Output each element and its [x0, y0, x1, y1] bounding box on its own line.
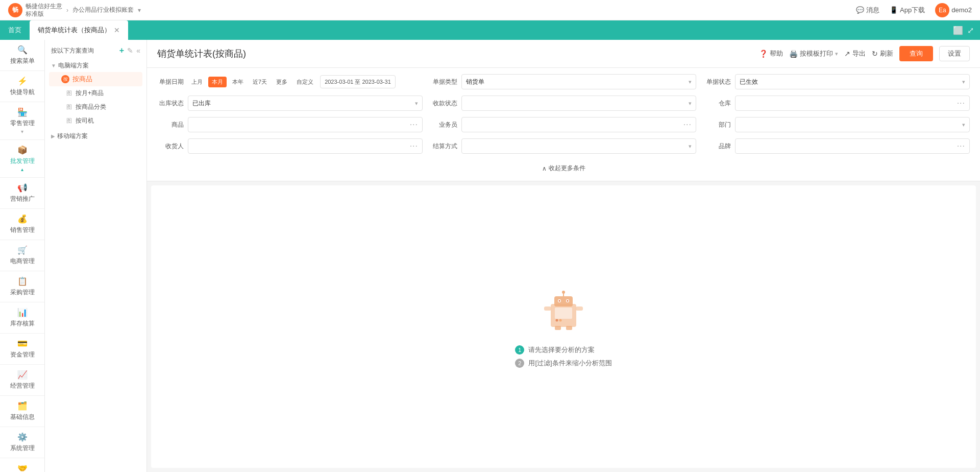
logo-area: 畅 畅捷信好生意 标准版: [8, 3, 62, 17]
print-btn[interactable]: 🖨️ 按模板打印 ▾: [789, 49, 838, 58]
page-title: 销货单统计表(按商品): [157, 48, 246, 66]
sidebar-item-quick-nav[interactable]: ⚡ 快捷导航: [0, 71, 44, 102]
collapse-panel-btn[interactable]: «: [136, 46, 140, 55]
collapse-btn[interactable]: ∧ 收起更多条件: [536, 162, 592, 175]
receipt-status-label: 收款状态: [431, 99, 457, 108]
scheme-by-category[interactable]: 图 按商品分类: [49, 100, 142, 114]
quick-nav-icon: ⚡: [17, 76, 28, 86]
salesperson-control[interactable]: ···: [461, 117, 696, 132]
tip-text-1: 请先选择要分析的方案: [528, 345, 595, 355]
query-btn[interactable]: 查询: [899, 46, 933, 61]
sidebar-item-inventory[interactable]: 📊 库存核算: [0, 302, 44, 334]
svg-rect-13: [544, 306, 551, 311]
product-control[interactable]: ···: [188, 117, 423, 132]
date-btn-this-month[interactable]: 本月: [208, 77, 227, 87]
scheme-by-category-label: 按商品分类: [76, 103, 106, 111]
sidebar-item-finance[interactable]: 💳 资金管理: [0, 334, 44, 365]
doc-status-chevron: ▾: [962, 79, 965, 85]
department-label: 部门: [704, 121, 731, 129]
tab-expand-btn[interactable]: ⤢: [967, 26, 974, 35]
settlement-control[interactable]: ▾: [461, 138, 696, 154]
svg-rect-12: [566, 326, 572, 330]
product-dots[interactable]: ···: [410, 120, 418, 129]
export-btn[interactable]: ↗ 导出: [844, 49, 866, 58]
content-area: 按以下方案查询 + ✎ « ▼ 电脑端方案 按 按商品 图: [45, 40, 980, 472]
sales-label: 销售管理: [10, 226, 35, 234]
refresh-btn[interactable]: ↻ 刷新: [872, 49, 893, 58]
recipient-dots[interactable]: ···: [410, 141, 418, 151]
svg-point-10: [559, 319, 562, 321]
scheme-by-product[interactable]: 按 按商品: [49, 72, 142, 86]
tab-close-btn[interactable]: ✕: [114, 27, 120, 34]
sidebar-item-system[interactable]: ⚙️ 系统管理: [0, 427, 44, 458]
sidebar-item-ecommerce[interactable]: 🛒 电商管理: [0, 240, 44, 271]
search-menu-label: 搜索菜单: [10, 57, 35, 65]
sidebar-item-purchase[interactable]: 📋 采购管理: [0, 271, 44, 302]
warehouse-control[interactable]: ···: [735, 96, 970, 111]
edit-scheme-btn[interactable]: ✎: [127, 46, 133, 55]
sidebar-item-sales[interactable]: 💰 销售管理: [0, 209, 44, 240]
app-download-btn[interactable]: 📱 App下载: [890, 6, 925, 15]
mobile-group-header[interactable]: ▶ 移动端方案: [45, 130, 146, 143]
date-btn-more[interactable]: 更多: [273, 77, 291, 87]
collapse-row: ∧ 收起更多条件: [157, 160, 970, 175]
sidebar-item-marketing[interactable]: 📢 营销推广: [0, 178, 44, 209]
scheme-by-month-product-label: 按月+商品: [76, 89, 104, 98]
sidebar-item-enterprise[interactable]: 🤝 企业协同: [0, 458, 44, 472]
date-range-display[interactable]: 2023-03-01 至 2023-03-31: [320, 75, 396, 88]
svg-point-9: [556, 319, 558, 321]
empty-state: 1 请先选择要分析的方案 2 用[过滤]条件来缩小分析范围: [151, 185, 976, 468]
brand-control[interactable]: ···: [735, 138, 970, 154]
date-filter: 上月 本月 本年 近7天 更多 自定义 2023-03-01 至 2023-03…: [188, 74, 423, 89]
department-control[interactable]: ▾: [735, 117, 970, 132]
sidebar-item-basic[interactable]: 🗂️ 基础信息: [0, 396, 44, 427]
out-status-control[interactable]: 已出库 ▾: [188, 96, 423, 111]
sidebar-item-operation[interactable]: 📈 经营管理: [0, 365, 44, 396]
out-status-value: 已出库: [192, 99, 211, 108]
receipt-status-control[interactable]: ▾: [461, 96, 696, 111]
messages-btn[interactable]: 💬 消息: [856, 6, 879, 15]
warehouse-label: 仓库: [704, 99, 731, 108]
print-icon: 🖨️: [789, 50, 798, 58]
date-btn-7days[interactable]: 近7天: [249, 77, 271, 87]
sidebar-item-wholesale[interactable]: 📦 批发管理 ▴: [0, 140, 44, 178]
main-layout: 🔍 搜索菜单 ⚡ 快捷导航 🏪 零售管理 ▾ 📦 批发管理 ▴ 📢 营销推广 💰…: [0, 40, 980, 472]
print-dropdown-arrow[interactable]: ▾: [835, 51, 838, 57]
recipient-control[interactable]: ···: [188, 138, 423, 154]
doc-type-control[interactable]: 销货单 ▾: [461, 74, 696, 89]
user-btn[interactable]: Ea demo2: [935, 3, 972, 17]
filter-row-3: 商品 ··· 业务员 ··· 部门: [157, 117, 970, 132]
dropdown-arrow[interactable]: ▾: [138, 7, 141, 14]
doc-type-value: 销货单: [466, 78, 484, 86]
date-btn-last-month[interactable]: 上月: [188, 77, 206, 87]
scheme-by-month-product[interactable]: 图 按月+商品: [49, 86, 142, 100]
refresh-icon: ↻: [872, 50, 878, 58]
breadcrumb: 办公用品行业模拟账套: [72, 6, 134, 14]
warehouse-dots[interactable]: ···: [957, 99, 965, 108]
tab-home[interactable]: 首页: [0, 20, 30, 40]
empty-illustration: [538, 286, 589, 337]
brand-dots[interactable]: ···: [957, 141, 965, 151]
add-scheme-btn[interactable]: +: [119, 46, 124, 55]
sidebar-item-search-menu[interactable]: 🔍 搜索菜单: [0, 40, 44, 71]
settings-btn[interactable]: 设置: [939, 46, 970, 61]
pc-group-header[interactable]: ▼ 电脑端方案: [49, 59, 142, 72]
tab-report-label: 销货单统计表（按商品）: [38, 26, 111, 35]
sidebar-item-retail[interactable]: 🏪 零售管理 ▾: [0, 102, 44, 140]
tip-text-2: 用[过滤]条件来缩小分析范围: [528, 359, 611, 368]
tab-report[interactable]: 销货单统计表（按商品） ✕: [30, 20, 128, 40]
scheme-by-cashier[interactable]: 图 按司机: [49, 114, 142, 128]
help-btn[interactable]: ❓ 帮助: [759, 49, 783, 58]
tab-minimize-btn[interactable]: ⬜: [953, 26, 963, 35]
receipt-status-chevron: ▾: [689, 100, 692, 107]
operation-icon: 📈: [17, 370, 28, 380]
avatar-text: Ea: [939, 7, 946, 14]
date-btn-custom[interactable]: 自定义: [293, 77, 317, 87]
date-btn-this-year[interactable]: 本年: [229, 77, 247, 87]
svg-point-7: [562, 291, 565, 294]
tip-num-1: 1: [515, 345, 524, 355]
collapse-arrow-icon: ∧: [542, 165, 547, 172]
pc-group-arrow: ▼: [51, 63, 56, 68]
doc-status-control[interactable]: 已生效 ▾: [735, 74, 970, 89]
salesperson-dots[interactable]: ···: [683, 120, 692, 129]
